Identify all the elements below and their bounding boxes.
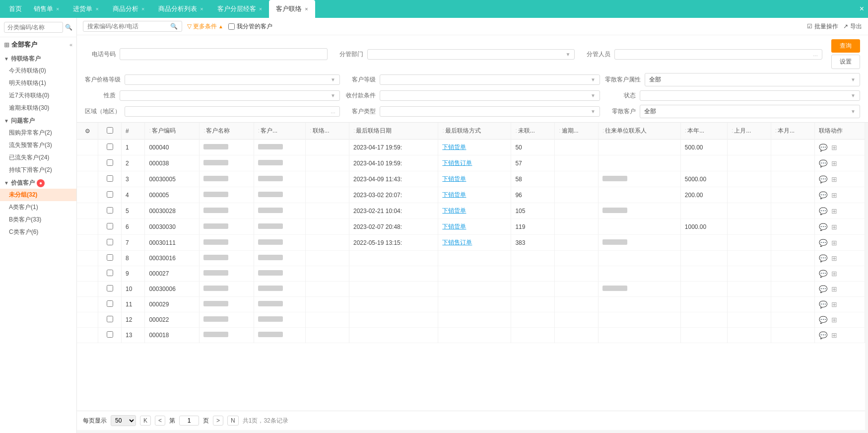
contact-way-link[interactable]: 下销货单 bbox=[442, 191, 466, 198]
grid-action-icon[interactable]: ⊞ bbox=[831, 270, 837, 278]
th-this-year[interactable]: :本年... bbox=[680, 123, 727, 140]
comment-icon[interactable]: 💬 bbox=[819, 270, 827, 278]
grid-action-icon[interactable]: ⊞ bbox=[831, 285, 837, 293]
row-checkbox[interactable] bbox=[107, 254, 113, 261]
grid-action-icon[interactable]: ⊞ bbox=[831, 159, 837, 167]
comment-icon[interactable]: 💬 bbox=[819, 207, 827, 215]
contact-way-link[interactable]: 下销货单 bbox=[442, 223, 466, 230]
prev-page-btn[interactable]: < bbox=[155, 416, 165, 426]
nature-select[interactable]: ▼ bbox=[120, 90, 340, 101]
close-product-analysis-tab[interactable]: × bbox=[141, 6, 144, 12]
close-purchase-tab[interactable]: × bbox=[95, 6, 98, 12]
sidebar-group-problem[interactable]: ▼ 问题客户 bbox=[0, 114, 76, 127]
td-checkbox[interactable] bbox=[98, 155, 122, 171]
grid-action-icon[interactable]: ⊞ bbox=[831, 300, 837, 308]
category-search-input[interactable] bbox=[4, 22, 63, 33]
sidebar-group-pending[interactable]: ▼ 待联络客户 bbox=[0, 52, 76, 65]
th-type[interactable]: :客户... bbox=[254, 123, 305, 140]
comment-icon[interactable]: 💬 bbox=[819, 300, 827, 308]
contact-way-link[interactable]: 下销售订单 bbox=[442, 239, 472, 246]
sidebar-item-class-a[interactable]: A类客户(1) bbox=[0, 201, 76, 214]
last-page-btn[interactable]: N bbox=[227, 416, 239, 426]
row-checkbox[interactable] bbox=[107, 191, 113, 198]
td-checkbox[interactable] bbox=[98, 251, 122, 266]
row-checkbox[interactable] bbox=[107, 270, 113, 276]
comment-icon[interactable]: 💬 bbox=[819, 175, 827, 183]
more-conditions-btn[interactable]: ▽ 更多条件 ▲ bbox=[187, 22, 223, 31]
close-product-list-tab[interactable]: × bbox=[200, 6, 203, 12]
per-page-select[interactable]: 50 100 200 bbox=[111, 415, 136, 426]
td-checkbox[interactable] bbox=[98, 328, 122, 343]
th-last-way[interactable]: :最后联络方式 bbox=[438, 123, 511, 140]
comment-icon[interactable]: 💬 bbox=[819, 254, 827, 262]
sidebar-item-tomorrow[interactable]: 明天待联络(1) bbox=[0, 77, 76, 89]
category-search-icon[interactable]: 🔍 bbox=[65, 24, 72, 31]
reset-button[interactable]: 设置 bbox=[831, 55, 860, 69]
row-checkbox[interactable] bbox=[107, 223, 113, 229]
dept-select[interactable]: ▼ bbox=[367, 49, 575, 60]
grid-action-icon[interactable]: ⊞ bbox=[831, 144, 837, 151]
th-unit-contact[interactable]: :往来单位联系人 bbox=[599, 123, 681, 140]
td-checkbox[interactable] bbox=[98, 266, 122, 282]
sidebar-item-today[interactable]: 今天待联络(0) bbox=[0, 65, 76, 77]
customer-type-select[interactable]: ▼ bbox=[380, 106, 600, 117]
row-checkbox[interactable] bbox=[107, 207, 113, 214]
sidebar-item-class-b[interactable]: B类客户(33) bbox=[0, 214, 76, 226]
sidebar-item-declining[interactable]: 持续下滑客户(2) bbox=[0, 164, 76, 176]
contact-way-link[interactable]: 下销货单 bbox=[442, 207, 466, 214]
retail-customer-select[interactable]: 全部 ▼ bbox=[640, 105, 860, 118]
tab-customer-tier[interactable]: 客户分层经客 × bbox=[210, 0, 269, 18]
table-container[interactable]: ⚙ # :客户编码 :客户名称 :客户... :联络... :最后联络日期 :最… bbox=[77, 123, 865, 411]
first-page-btn[interactable]: K bbox=[140, 416, 151, 426]
tab-home[interactable]: 首页 bbox=[4, 0, 27, 18]
comment-icon[interactable]: 💬 bbox=[819, 316, 827, 324]
row-checkbox[interactable] bbox=[107, 300, 113, 307]
th-overdue[interactable]: :逾期... bbox=[555, 123, 599, 140]
status-select[interactable]: ▼ bbox=[640, 90, 860, 101]
td-checkbox[interactable] bbox=[98, 171, 122, 187]
row-checkbox[interactable] bbox=[107, 316, 113, 322]
tab-product-analysis[interactable]: 商品分析 × bbox=[106, 0, 151, 18]
th-last-month[interactable]: :上月... bbox=[727, 123, 771, 140]
th-checkbox[interactable] bbox=[98, 123, 122, 140]
my-customers-checkbox-label[interactable]: 我分管的客户 bbox=[228, 22, 272, 31]
th-code[interactable]: :客户编码 bbox=[145, 123, 200, 140]
close-window[interactable]: × bbox=[860, 4, 864, 13]
grid-action-icon[interactable]: ⊞ bbox=[831, 316, 837, 324]
close-tier-tab[interactable]: × bbox=[259, 6, 262, 12]
my-customers-checkbox[interactable] bbox=[228, 23, 235, 30]
th-this-month[interactable]: :本月... bbox=[771, 123, 814, 140]
page-number-input[interactable] bbox=[179, 416, 199, 426]
region-select[interactable]: … bbox=[125, 106, 340, 117]
tab-purchase[interactable]: 进货单 × bbox=[66, 0, 105, 18]
grid-action-icon[interactable]: ⊞ bbox=[831, 207, 837, 215]
comment-icon[interactable]: 💬 bbox=[819, 331, 827, 339]
row-checkbox[interactable] bbox=[107, 175, 113, 182]
sidebar-item-7days[interactable]: 近7天待联络(0) bbox=[0, 89, 76, 102]
th-name[interactable]: :客户名称 bbox=[200, 123, 254, 140]
grid-action-icon[interactable]: ⊞ bbox=[831, 191, 837, 199]
sidebar-item-warning[interactable]: 流失预警客户(3) bbox=[0, 139, 76, 151]
row-checkbox[interactable] bbox=[107, 239, 113, 245]
next-page-btn[interactable]: > bbox=[213, 416, 223, 426]
select-all-checkbox[interactable] bbox=[107, 127, 113, 134]
grid-action-icon[interactable]: ⊞ bbox=[831, 175, 837, 183]
export-btn[interactable]: ↗ 导出 bbox=[843, 22, 862, 31]
manager-select[interactable]: … bbox=[614, 49, 822, 60]
comment-icon[interactable]: 💬 bbox=[819, 223, 827, 231]
search-icon[interactable]: 🔍 bbox=[170, 23, 178, 30]
sidebar-group-value[interactable]: ▼ 价值客户 ● bbox=[0, 176, 76, 189]
sidebar-item-overdue[interactable]: 逾期未联络(30) bbox=[0, 102, 76, 114]
comment-icon[interactable]: 💬 bbox=[819, 191, 827, 199]
batch-ops-btn[interactable]: ☑ 批量操作 bbox=[807, 22, 838, 31]
th-contact[interactable]: :联络... bbox=[306, 123, 349, 140]
phone-input[interactable] bbox=[120, 48, 328, 60]
td-checkbox[interactable] bbox=[98, 235, 122, 251]
grid-action-icon[interactable]: ⊞ bbox=[831, 331, 837, 339]
comment-icon[interactable]: 💬 bbox=[819, 144, 827, 151]
close-contact-tab[interactable]: × bbox=[305, 6, 308, 12]
grid-action-icon[interactable]: ⊞ bbox=[831, 254, 837, 262]
td-checkbox[interactable] bbox=[98, 297, 122, 312]
td-checkbox[interactable] bbox=[98, 203, 122, 219]
contact-way-link[interactable]: 下销货单 bbox=[442, 144, 466, 150]
